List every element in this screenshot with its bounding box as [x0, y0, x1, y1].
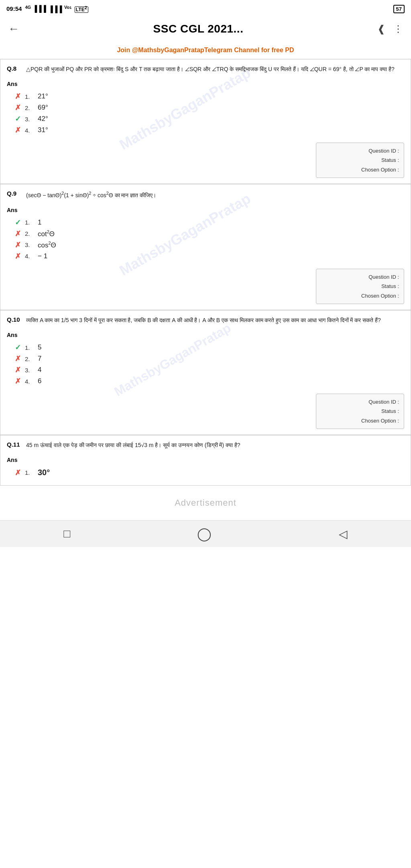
chosen-option-label-8: Chosen Option :	[361, 165, 399, 174]
question-8-wrapper: MathsbyGaganPratap Q.8 △PQR की भुजाओं PQ…	[0, 59, 411, 184]
status-bar-right: 57	[393, 5, 405, 13]
option-9-1: ✓ 1. 1	[15, 218, 404, 227]
wrong-icon-8-1: ✗	[15, 92, 21, 101]
option-10-3: ✗ 3. 4	[15, 366, 404, 374]
option-10-4: ✗ 4. 6	[15, 377, 404, 386]
correct-icon-9-1: ✓	[15, 218, 21, 227]
ans-label-9: Ans	[7, 207, 17, 213]
question-id-row-10: Question ID :	[321, 397, 399, 406]
question-10-block: Q.10 व्यक्ति A काम का 1/5 भाग 3 दिनों मे…	[0, 310, 411, 435]
status-label-9: Status :	[381, 282, 399, 291]
wrong-icon-10-2: ✗	[15, 354, 21, 363]
question-9-wrapper: MathsbyGaganPratap Q.9 (secΘ − tanΘ)2(1 …	[0, 184, 411, 310]
chosen-option-row-8: Chosen Option :	[321, 165, 399, 174]
options-list-11: ✗ 1. 30°	[7, 468, 404, 477]
top-nav: ← SSC CGL 2021... ❰ ⋮	[0, 16, 411, 42]
question-9-text: (secΘ − tanΘ)2(1 + sinΘ)2 ÷ cos2Θ का मान…	[26, 190, 156, 200]
option-8-2: ✗ 2. 69°	[15, 103, 404, 112]
option-8-3: ✓ 3. 42°	[15, 114, 404, 123]
correct-icon-8-3: ✓	[15, 114, 21, 123]
square-button[interactable]: □	[63, 527, 70, 540]
battery-display: 57	[393, 5, 405, 13]
wrong-icon-9-3: ✗	[15, 241, 21, 249]
wrong-icon-9-4: ✗	[15, 252, 21, 261]
promo-text: Join @MathsbyGaganPratapTelegram Channel…	[117, 47, 294, 53]
question-11-wrapper: Q.11 45 m ऊंचाई वाले एक पेड़ की जमीन पर …	[0, 435, 411, 486]
question-id-row-9: Question ID :	[321, 272, 399, 282]
question-10-text: व्यक्ति A काम का 1/5 भाग 3 दिनों में पूर…	[26, 316, 381, 325]
bottom-nav: □ ◯ ◁	[0, 520, 411, 547]
options-list-10: ✓ 1. 5 ✗ 2. 7 ✗ 3. 4 ✗ 4. 6	[7, 343, 404, 386]
wrong-icon-10-3: ✗	[15, 366, 21, 374]
back-button[interactable]: ←	[8, 22, 19, 35]
chosen-option-row-9: Chosen Option :	[321, 291, 399, 300]
question-id-label-8: Question ID :	[368, 146, 399, 155]
content-area: MathsbyGaganPratap Q.8 △PQR की भुजाओं PQ…	[0, 59, 411, 516]
wrong-icon-9-2: ✗	[15, 229, 21, 238]
wrong-icon-8-4: ✗	[15, 126, 21, 135]
promo-banner: Join @MathsbyGaganPratapTelegram Channel…	[0, 42, 411, 59]
wrong-icon-8-2: ✗	[15, 103, 21, 112]
options-list-8: ✗ 1. 21° ✗ 2. 69° ✓ 3. 42° ✗ 4. 31°	[7, 92, 404, 135]
status-bar-left: 09:54 4G ▐▐▐ ▐▐▐ Vo1 LTE2	[6, 5, 88, 12]
more-options-icon[interactable]: ⋮	[393, 23, 403, 35]
question-id-label-9: Question ID :	[368, 272, 399, 282]
question-id-row-8: Question ID :	[321, 146, 399, 155]
option-10-2: ✗ 2. 7	[15, 354, 404, 363]
question-10-header: Q.10 व्यक्ति A काम का 1/5 भाग 3 दिनों मे…	[7, 316, 404, 325]
info-box-8: Question ID : Status : Chosen Option :	[316, 143, 404, 178]
question-10-num: Q.10	[7, 316, 23, 323]
status-bar: 09:54 4G ▐▐▐ ▐▐▐ Vo1 LTE2 57	[0, 0, 411, 16]
chosen-option-label-9: Chosen Option :	[361, 291, 399, 300]
option-11-1: ✗ 1. 30°	[15, 468, 404, 477]
network-indicator: 4G ▐▐▐ ▐▐▐ Vo1 LTE2	[25, 5, 88, 12]
back-button-nav[interactable]: ◁	[339, 527, 348, 541]
nav-icons: ❰ ⋮	[377, 23, 403, 35]
info-box-10: Question ID : Status : Chosen Option :	[316, 394, 404, 429]
page-title: SSC CGL 2021...	[153, 22, 244, 35]
status-row-10: Status :	[321, 406, 399, 416]
question-10-wrapper: MathsbyGaganPratap Q.10 व्यक्ति A काम का…	[0, 310, 411, 435]
question-8-text: △PQR की भुजाओं PQ और PR को क्रमशः बिंदु …	[26, 65, 395, 74]
correct-icon-10-1: ✓	[15, 343, 21, 352]
ans-label-8: Ans	[7, 81, 17, 87]
question-8-header: Q.8 △PQR की भुजाओं PQ और PR को क्रमशः बि…	[7, 65, 404, 74]
question-11-block: Q.11 45 m ऊंचाई वाले एक पेड़ की जमीन पर …	[0, 435, 411, 486]
status-label-8: Status :	[381, 155, 399, 165]
time-display: 09:54	[6, 5, 22, 12]
question-9-num: Q.9	[7, 190, 23, 197]
status-row-9: Status :	[321, 282, 399, 291]
question-11-num: Q.11	[7, 441, 23, 448]
share-icon[interactable]: ❰	[377, 23, 385, 35]
info-box-9: Question ID : Status : Chosen Option :	[316, 269, 404, 304]
ans-label-11: Ans	[7, 457, 17, 463]
option-10-1: ✓ 1. 5	[15, 343, 404, 352]
option-9-2: ✗ 2. cot2Θ	[15, 229, 404, 238]
ans-label-10: Ans	[7, 332, 17, 338]
question-8-block: Q.8 △PQR की भुजाओं PQ और PR को क्रमशः बि…	[0, 59, 411, 184]
chosen-option-row-10: Chosen Option :	[321, 416, 399, 425]
option-8-4: ✗ 4. 31°	[15, 126, 404, 135]
option-8-1: ✗ 1. 21°	[15, 92, 404, 101]
option-9-4: ✗ 4. − 1	[15, 252, 404, 261]
status-label-10: Status :	[381, 406, 399, 416]
ad-text: Advertisement	[175, 498, 236, 508]
home-button[interactable]: ◯	[197, 526, 212, 541]
wrong-icon-11-1: ✗	[15, 468, 21, 477]
question-9-block: Q.9 (secΘ − tanΘ)2(1 + sinΘ)2 ÷ cos2Θ का…	[0, 184, 411, 310]
ad-footer: Advertisement	[0, 486, 411, 516]
question-8-num: Q.8	[7, 65, 23, 72]
wrong-icon-10-4: ✗	[15, 377, 21, 386]
question-11-text: 45 m ऊंचाई वाले एक पेड़ की जमीन पर छाया …	[26, 441, 240, 449]
status-row-8: Status :	[321, 155, 399, 165]
question-9-header: Q.9 (secΘ − tanΘ)2(1 + sinΘ)2 ÷ cos2Θ का…	[7, 190, 404, 200]
options-list-9: ✓ 1. 1 ✗ 2. cot2Θ ✗ 3. cos2Θ ✗ 4. −	[7, 218, 404, 261]
question-11-header: Q.11 45 m ऊंचाई वाले एक पेड़ की जमीन पर …	[7, 441, 404, 449]
question-id-label-10: Question ID :	[368, 397, 399, 406]
option-9-3: ✗ 3. cos2Θ	[15, 241, 404, 249]
chosen-option-label-10: Chosen Option :	[361, 416, 399, 425]
